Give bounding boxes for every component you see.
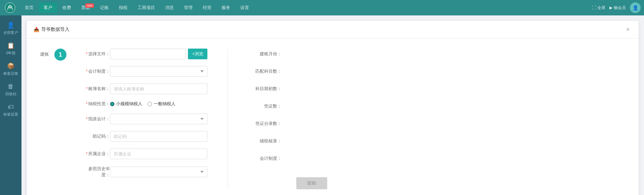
new-badge: new bbox=[85, 3, 94, 8]
aux-accounting-label: 辅助核算： bbox=[248, 138, 282, 144]
accounting-system-right-row: 会计制度： bbox=[248, 153, 376, 164]
accounting-system-right-label: 会计制度： bbox=[248, 155, 282, 161]
match-subjects-value bbox=[282, 66, 376, 77]
nav-item-tax[interactable]: 报税 bbox=[114, 3, 132, 13]
file-input[interactable] bbox=[110, 49, 186, 59]
fullscreen-button[interactable]: ⛶ 全屏 bbox=[592, 5, 605, 11]
voucher-count-row: 凭证数： bbox=[248, 101, 376, 112]
nav-right-panel: ⛶ 全屏 ▶ 畅会员 👤 bbox=[592, 2, 641, 13]
dialog-title: 📥 导爷数据导入 bbox=[34, 26, 69, 32]
ledger-name-label: 账簿名称： bbox=[80, 86, 110, 92]
build-month-value bbox=[282, 49, 376, 59]
avatar[interactable]: 👤 bbox=[630, 2, 641, 13]
assign-accountant-select[interactable] bbox=[110, 114, 207, 124]
import-dialog: 📥 导爷数据导入 × 建账 1 选择文件： bbox=[27, 21, 639, 195]
period-init-value bbox=[282, 83, 376, 94]
nav-item-manage[interactable]: 管理 bbox=[179, 3, 197, 13]
tax-small-radio[interactable]: 小规模纳税人 bbox=[110, 101, 142, 107]
form-left: 选择文件： +浏览 会计制度： bbox=[80, 49, 207, 189]
sidebar-item-declaration[interactable]: 📋 0申报 bbox=[1, 39, 20, 58]
reference-year-select[interactable] bbox=[110, 167, 207, 177]
close-button[interactable]: × bbox=[624, 25, 632, 34]
main-content: 📥 导爷数据导入 × 建账 1 选择文件： bbox=[21, 15, 644, 195]
form-right: 建账月份： 匹配科目数： 科目期初数： 凭证数 bbox=[248, 49, 376, 189]
top-navigation: 首页 客户 收费 票据 new 记账 报税 工商项目 消息 管理 经营 服务 设… bbox=[0, 0, 644, 15]
nav-item-home[interactable]: 首页 bbox=[20, 3, 38, 13]
sidebar-item-recycle-bin[interactable]: 🗑 回收站 bbox=[1, 80, 20, 99]
match-subjects-label: 匹配科目数： bbox=[248, 68, 282, 74]
step-indicator-area: 建账 1 bbox=[40, 49, 66, 189]
assign-accountant-row: 指派会计： bbox=[80, 114, 207, 124]
tag-settings-icon: 🏷 bbox=[7, 103, 14, 111]
reference-year-label: 参照历史年度： bbox=[80, 166, 110, 178]
member-button[interactable]: ▶ 畅会员 bbox=[609, 5, 626, 11]
fullscreen-icon: ⛶ bbox=[592, 5, 596, 10]
accounting-system-label: 会计制度： bbox=[80, 68, 110, 74]
step-circle-1: 1 bbox=[54, 49, 66, 61]
build-button-container: 建账 bbox=[248, 171, 376, 189]
aux-accounting-value bbox=[282, 136, 376, 146]
nav-item-operations[interactable]: 经营 bbox=[198, 3, 216, 13]
memo-code-label: 助记码： bbox=[80, 133, 110, 139]
declaration-icon: 📋 bbox=[7, 42, 14, 49]
memo-code-input[interactable] bbox=[110, 131, 207, 142]
voucher-count-label: 凭证数： bbox=[248, 103, 282, 109]
voucher-records-label: 凭证分录数： bbox=[248, 121, 282, 127]
nav-menu: 首页 客户 收费 票据 new 记账 报税 工商项目 消息 管理 经营 服务 设… bbox=[20, 3, 592, 13]
step-label: 建账 bbox=[40, 50, 49, 57]
voucher-records-value bbox=[282, 118, 376, 129]
account-migration-icon: 📦 bbox=[7, 62, 14, 70]
dialog-body: 建账 1 选择文件： +浏览 会计制度： bbox=[27, 39, 639, 195]
nav-item-settings[interactable]: 设置 bbox=[236, 3, 254, 13]
reference-year-row: 参照历史年度： bbox=[80, 166, 207, 178]
vertical-divider bbox=[228, 49, 228, 189]
nav-item-fees[interactable]: 收费 bbox=[58, 3, 76, 13]
sidebar-item-account-migration[interactable]: 📦 账套迁移 bbox=[1, 60, 20, 79]
sidebar-item-tag-settings[interactable]: 🏷 标签设置 bbox=[1, 101, 20, 120]
accounting-system-select[interactable] bbox=[110, 66, 207, 77]
sidebar: 👤 全部客户 📋 0申报 📦 账套迁移 🗑 回收站 🏷 标签设置 bbox=[0, 15, 21, 195]
file-row: 选择文件： +浏览 bbox=[80, 49, 207, 59]
company-row: 所属企业： bbox=[80, 148, 207, 159]
browse-button[interactable]: +浏览 bbox=[188, 49, 207, 59]
tax-type-row: 纳税性质： 小规模纳税人 一般纳税人 bbox=[80, 101, 207, 107]
member-icon: ▶ bbox=[609, 5, 612, 10]
sidebar-item-all-customers[interactable]: 👤 全部客户 bbox=[1, 19, 20, 38]
build-month-row: 建账月份： bbox=[248, 49, 376, 59]
avatar-icon: 👤 bbox=[633, 5, 638, 10]
company-label: 所属企业： bbox=[80, 151, 110, 157]
file-input-group: +浏览 bbox=[110, 49, 207, 59]
assign-accountant-label: 指派会计： bbox=[80, 116, 110, 122]
match-subjects-row: 匹配科目数： bbox=[248, 66, 376, 77]
main-layout: 👤 全部客户 📋 0申报 📦 账套迁移 🗑 回收站 🏷 标签设置 📥 导爷 bbox=[0, 15, 644, 195]
ledger-name-input[interactable] bbox=[110, 83, 207, 94]
tax-general-radio[interactable]: 一般纳税人 bbox=[148, 101, 176, 107]
tax-type-label: 纳税性质： bbox=[80, 101, 110, 107]
nav-item-invoices[interactable]: 票据 new bbox=[77, 3, 95, 13]
period-init-label: 科目期初数： bbox=[248, 86, 282, 92]
dialog-header: 📥 导爷数据导入 × bbox=[27, 21, 639, 39]
import-icon: 📥 bbox=[34, 27, 39, 32]
voucher-records-row: 凭证分录数： bbox=[248, 118, 376, 129]
nav-item-business[interactable]: 工商项目 bbox=[133, 3, 160, 13]
tax-type-radio-group: 小规模纳税人 一般纳税人 bbox=[110, 101, 207, 107]
aux-accounting-row: 辅助核算： bbox=[248, 136, 376, 146]
file-label: 选择文件： bbox=[80, 51, 110, 57]
company-input[interactable] bbox=[110, 148, 207, 159]
ledger-name-row: 账簿名称： bbox=[80, 83, 207, 94]
build-account-button[interactable]: 建账 bbox=[296, 177, 327, 189]
recycle-bin-icon: 🗑 bbox=[7, 83, 14, 90]
build-month-label: 建账月份： bbox=[248, 51, 282, 57]
app-logo bbox=[3, 1, 17, 14]
nav-item-services[interactable]: 服务 bbox=[217, 3, 235, 13]
memo-code-row: 助记码： bbox=[80, 131, 207, 142]
period-init-row: 科目期初数： bbox=[248, 83, 376, 94]
all-customers-icon: 👤 bbox=[7, 21, 14, 29]
nav-item-messages[interactable]: 消息 bbox=[160, 3, 179, 13]
nav-item-bookkeeping[interactable]: 记账 bbox=[95, 3, 113, 13]
voucher-count-value bbox=[282, 101, 376, 112]
accounting-system-right-value bbox=[282, 153, 376, 164]
svg-point-1 bbox=[9, 5, 11, 6]
nav-item-customers[interactable]: 客户 bbox=[39, 3, 57, 13]
accounting-system-row: 会计制度： bbox=[80, 66, 207, 77]
